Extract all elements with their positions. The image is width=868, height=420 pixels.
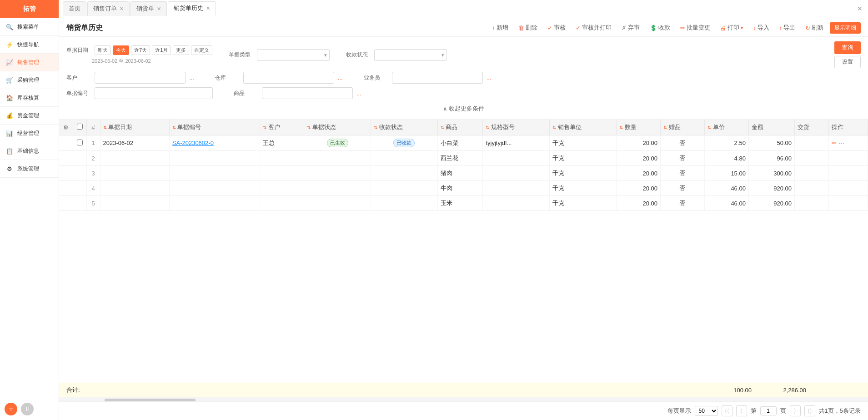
col-gift[interactable]: ⇅ 赠品 <box>660 120 704 135</box>
tab-sales-goods[interactable]: 销货单 ✕ <box>130 1 167 16</box>
row-docno-1[interactable] <box>169 151 260 166</box>
row-docno-4[interactable] <box>169 196 260 211</box>
sidebar-bottom-btn-2[interactable]: ⏸ <box>21 403 34 415</box>
row-checkbox-4[interactable] <box>73 196 86 211</box>
inventory-icon: 🏠 <box>5 94 14 102</box>
warehouse-ellipsis[interactable]: ... <box>338 75 343 81</box>
row-num-1: 2 <box>86 151 100 166</box>
row-checkbox-0[interactable] <box>73 135 86 151</box>
payment-status-select[interactable] <box>374 49 447 61</box>
date-btn-today[interactable]: 今天 <box>113 45 129 55</box>
sidebar-item-quicknav[interactable]: ⚡ 快捷导航 <box>0 36 59 54</box>
filter-customer: 客户 ... <box>66 72 194 84</box>
tab-sales-order-close[interactable]: ✕ <box>120 6 124 11</box>
col-doc-status[interactable]: ⇅ 单据状态 <box>304 120 371 135</box>
tab-bar: 首页 销售订单 ✕ 销货单 ✕ 销货单历史 ✕ ✕ <box>59 0 868 17</box>
batch-change-button[interactable]: ✏ 批量变更 <box>677 22 714 34</box>
tab-sales-history[interactable]: 销货单历史 ✕ <box>168 1 216 16</box>
main-content: 首页 销售订单 ✕ 销货单 ✕ 销货单历史 ✕ ✕ 销货单历史 + 新增 <box>59 0 868 420</box>
window-close-btn[interactable]: ✕ <box>855 4 864 13</box>
tab-sales-order[interactable]: 销售订单 ✕ <box>87 1 130 16</box>
sidebar-item-finance[interactable]: 💰 资金管理 <box>0 107 59 125</box>
first-page-btn[interactable]: ⟨⟨ <box>722 405 733 416</box>
export-button[interactable]: ↑ 导出 <box>776 22 799 34</box>
print-button[interactable]: 🖨 打印 ▾ <box>717 22 747 34</box>
receive-button[interactable]: 💲 收款 <box>646 22 674 34</box>
prev-page-btn[interactable]: ⟨ <box>736 405 747 416</box>
tab-home[interactable]: 首页 <box>63 1 86 16</box>
customer-input[interactable] <box>95 72 186 84</box>
scroll-bar[interactable] <box>59 397 868 401</box>
sidebar-item-inventory[interactable]: 🏠 库存核算 <box>0 89 59 107</box>
per-page-select[interactable]: 20 50 100 <box>695 406 718 416</box>
show-detail-button[interactable]: 显示明细 <box>830 22 861 34</box>
refresh-button[interactable]: ↻ 刷新 <box>802 22 827 34</box>
goods-input[interactable] <box>262 87 353 99</box>
collapse-button[interactable]: ∧ 收起更多条件 <box>66 103 861 115</box>
sidebar-item-system[interactable]: ⚙ 系统管理 <box>0 160 59 178</box>
sidebar-item-basic[interactable]: 📋 基础信息 <box>0 142 59 160</box>
new-button[interactable]: + 新增 <box>488 22 512 34</box>
col-spec[interactable]: ⇅ 规格型号 <box>483 120 550 135</box>
select-all-checkbox[interactable] <box>77 124 83 130</box>
abandon-button[interactable]: ✗ 弃审 <box>618 22 643 34</box>
goods-label: 商品 <box>234 90 259 97</box>
more-icon[interactable]: ⋯ <box>838 140 844 146</box>
row-paystatus-4 <box>371 196 437 211</box>
row-docno-0[interactable]: SA-20230602-0 <box>169 135 260 151</box>
doc-no-input[interactable] <box>95 87 213 99</box>
payment-status-label: 收款状态 <box>346 51 371 59</box>
sidebar-item-label-sales: 销售管理 <box>17 59 39 66</box>
col-goods[interactable]: ⇅ 商品 <box>437 120 483 135</box>
new-label: 新增 <box>497 24 508 32</box>
warehouse-input[interactable] <box>243 72 334 84</box>
staff-input[interactable] <box>392 72 483 84</box>
sidebar-item-operations[interactable]: 📊 经营管理 <box>0 125 59 142</box>
page-input[interactable] <box>760 406 777 415</box>
abandon-icon: ✗ <box>622 25 627 31</box>
customer-label: 客户 <box>66 74 92 82</box>
edit-icon[interactable]: ✏ <box>832 140 837 146</box>
col-customer[interactable]: ⇅ 客户 <box>260 120 304 135</box>
date-btn-1month[interactable]: 近1月 <box>152 45 171 55</box>
row-checkbox-1[interactable] <box>73 151 86 166</box>
col-settings[interactable]: ⚙ <box>59 120 73 135</box>
audit-print-button[interactable]: ✓ 审核并打印 <box>572 22 615 34</box>
row-docno-2[interactable] <box>169 166 260 181</box>
staff-ellipsis[interactable]: ... <box>487 75 492 81</box>
next-page-btn[interactable]: ⟩ <box>790 405 801 416</box>
row-checkbox-3[interactable] <box>73 181 86 196</box>
col-price[interactable]: ⇅ 单价 <box>704 120 748 135</box>
tab-sales-history-close[interactable]: ✕ <box>206 6 210 11</box>
col-date[interactable]: ⇅ 单据日期 <box>100 120 169 135</box>
date-btn-yesterday[interactable]: 昨天 <box>95 45 111 55</box>
row-checkbox-2[interactable] <box>73 166 86 181</box>
date-btn-7days[interactable]: 近7天 <box>131 45 150 55</box>
batch-change-icon: ✏ <box>680 25 685 31</box>
table-header-row: ⚙ # ⇅ 单据日期 ⇅ 单据编号 ⇅ 客户 ⇅ 单据状态 ⇅ 收款状态 ⇅ 商… <box>59 120 868 135</box>
row-transaction-4 <box>795 196 829 211</box>
col-unit[interactable]: ⇅ 销售单位 <box>550 120 617 135</box>
customer-ellipsis[interactable]: ... <box>189 75 194 81</box>
import-button[interactable]: ↓ 导入 <box>749 22 773 34</box>
delete-button[interactable]: 🗑 删除 <box>515 22 541 34</box>
row-docno-3[interactable] <box>169 181 260 196</box>
col-pay-status[interactable]: ⇅ 收款状态 <box>371 120 437 135</box>
goods-ellipsis[interactable]: ... <box>356 90 361 97</box>
settings-button[interactable]: 设置 <box>834 56 861 68</box>
sidebar-item-sales[interactable]: 📈 销售管理 <box>0 54 59 71</box>
audit-button[interactable]: ✓ 审核 <box>544 22 569 34</box>
col-doc-no[interactable]: ⇅ 单据编号 <box>169 120 260 135</box>
query-button[interactable]: 查询 <box>834 41 861 54</box>
tab-sales-goods-close[interactable]: ✕ <box>157 6 161 11</box>
date-btn-custom[interactable]: 自定义 <box>191 45 212 55</box>
doc-type-select[interactable] <box>257 49 330 61</box>
audit-print-label: 审核并打印 <box>582 24 612 32</box>
sidebar-item-purchase[interactable]: 🛒 采购管理 <box>0 71 59 89</box>
sidebar-item-search[interactable]: 🔍 搜索菜单 <box>0 18 59 36</box>
date-btn-more[interactable]: 更多 <box>173 45 189 55</box>
col-qty[interactable]: ⇅ 数量 <box>616 120 660 135</box>
row-docstatus-2 <box>304 166 371 181</box>
sidebar-bottom-btn-1[interactable]: ☆ <box>5 403 17 415</box>
last-page-btn[interactable]: ⟩⟩ <box>804 405 815 416</box>
